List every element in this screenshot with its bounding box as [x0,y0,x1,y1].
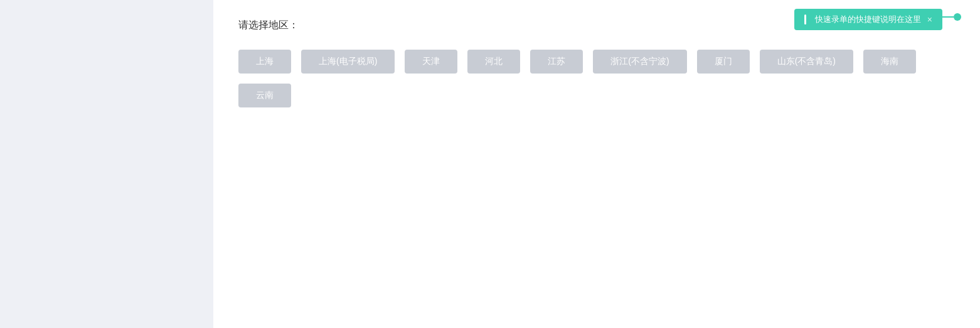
region-btn-tianjin[interactable]: 天津 [405,50,457,74]
region-btn-jiangsu[interactable]: 江苏 [530,50,583,74]
left-panel [0,0,213,328]
region-btn-yunnan[interactable]: 云南 [238,84,291,107]
region-btn-shanghai[interactable]: 上海 [238,50,291,74]
region-btn-hainan[interactable]: 海南 [863,50,916,74]
tooltip-text: 快速录单的快捷键说明在这里 [815,14,921,25]
main-content: 请选择地区： 上海上海(电子税局)天津河北江苏浙江(不含宁波)厦门山东(不含青岛… [213,0,980,328]
tooltip-connector-dot [954,13,961,21]
region-btn-shandong[interactable]: 山东(不含青岛) [760,50,853,74]
region-btn-hebei[interactable]: 河北 [467,50,520,74]
region-btn-xiamen[interactable]: 厦门 [697,50,750,74]
tooltip-connector-line [942,16,954,18]
region-buttons-container: 上海上海(电子税局)天津河北江苏浙江(不含宁波)厦门山东(不含青岛)海南云南 [238,50,955,107]
tooltip-close-button[interactable]: × [927,14,932,25]
region-btn-shanghai-etax[interactable]: 上海(电子税局) [301,50,395,74]
region-btn-zhejiang[interactable]: 浙江(不含宁波) [593,50,686,74]
tooltip-banner: 快速录单的快捷键说明在这里 × [794,9,942,30]
